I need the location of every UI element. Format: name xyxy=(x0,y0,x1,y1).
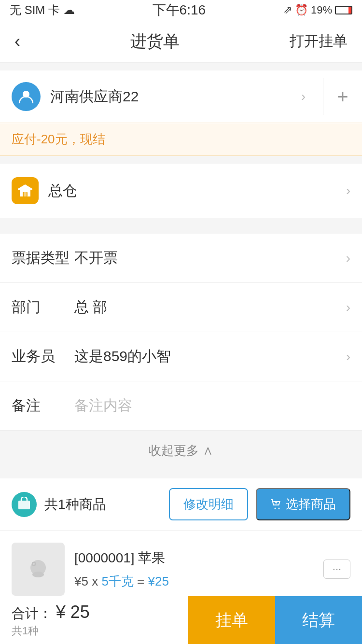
page-title: 进货单 xyxy=(130,30,180,53)
salesperson-label: 业务员 xyxy=(12,347,74,366)
section-divider-4 xyxy=(0,471,362,478)
status-left: 无 SIM 卡 ☁ xyxy=(10,2,75,18)
svg-rect-3 xyxy=(18,501,30,509)
cart-icon xyxy=(270,499,282,510)
svg-point-4 xyxy=(275,507,276,509)
warehouse-icon xyxy=(12,177,39,204)
total-label: 合计： xyxy=(12,606,52,621)
product-header-icon xyxy=(12,492,37,517)
location-icon: ⇗ xyxy=(283,4,292,16)
status-bar: 无 SIM 卡 ☁ 下午6:16 ⇗ ⏰ 19% xyxy=(0,0,362,20)
warehouse-label: 总仓 xyxy=(48,181,346,201)
total-count: 共1种 xyxy=(12,624,177,638)
battery-icon xyxy=(335,6,352,14)
section-divider-2 xyxy=(0,156,362,164)
ticket-type-value: 不开票 xyxy=(74,248,346,268)
checkout-button[interactable]: 结算 xyxy=(275,596,362,644)
svg-point-7 xyxy=(32,572,44,577)
supplier-section: 河南供应商22 › + xyxy=(0,70,362,123)
product-qty: 5千克 xyxy=(101,574,133,588)
total-amount: ¥ 25 xyxy=(56,602,90,622)
total-row: 合计： ¥ 25 xyxy=(12,602,177,623)
product-title: 苹果 xyxy=(138,550,165,565)
product-thumbnail xyxy=(12,543,65,596)
section-divider-3 xyxy=(0,218,362,226)
warehouse-chevron-icon: › xyxy=(346,183,350,198)
equals-sign: = xyxy=(137,574,148,588)
department-row[interactable]: 部门 总 部 › xyxy=(0,283,362,332)
collapse-bar[interactable]: 收起更多 ∧ xyxy=(0,430,362,471)
status-right: ⇗ ⏰ 19% xyxy=(283,4,352,16)
form-section: 票据类型 不开票 › 部门 总 部 › 业务员 这是859的小智 › 备注 备注… xyxy=(0,234,362,430)
notice-banner: 应付-20元，现结 xyxy=(0,123,362,156)
product-name: [0000001] 苹果 xyxy=(74,549,314,567)
salesperson-value: 这是859的小智 xyxy=(74,347,346,366)
product-info: [0000001] 苹果 ¥5 x 5千克 = ¥25 xyxy=(74,549,314,590)
modify-detail-button[interactable]: 修改明细 xyxy=(169,488,248,520)
remark-input[interactable]: 备注内容 xyxy=(74,396,350,416)
ticket-type-label: 票据类型 xyxy=(12,248,74,268)
select-product-label: 选择商品 xyxy=(286,496,336,513)
select-product-button[interactable]: 选择商品 xyxy=(256,488,350,520)
supplier-select[interactable]: 河南供应商22 › xyxy=(0,70,323,123)
supplier-add-button[interactable]: + xyxy=(323,70,362,123)
department-chevron-icon: › xyxy=(346,300,350,315)
status-time: 下午6:16 xyxy=(153,1,206,19)
back-button[interactable]: ‹ xyxy=(14,31,20,52)
product-price: ¥5 x 5千克 = ¥25 xyxy=(74,573,314,590)
warehouse-row[interactable]: 总仓 › xyxy=(0,164,362,218)
remark-label: 备注 xyxy=(12,396,74,416)
nav-bar: ‹ 进货单 打开挂单 xyxy=(0,20,362,63)
product-code: [0000001] xyxy=(74,550,135,565)
department-value: 总 部 xyxy=(74,297,346,317)
salesperson-row[interactable]: 业务员 这是859的小智 › xyxy=(0,332,362,381)
bottom-bar: 合计： ¥ 25 共1种 挂单 结算 xyxy=(0,596,362,644)
supplier-chevron-icon: › xyxy=(301,89,306,104)
svg-rect-2 xyxy=(24,192,27,196)
ticket-type-chevron-icon: › xyxy=(346,251,350,266)
price-separator: x xyxy=(92,574,101,588)
product-count-label: 共1种商品 xyxy=(44,495,161,514)
svg-point-5 xyxy=(278,507,280,509)
alarm-icon: ⏰ xyxy=(295,4,308,16)
svg-point-9 xyxy=(33,563,35,565)
remark-row[interactable]: 备注 备注内容 xyxy=(0,381,362,430)
product-total: ¥25 xyxy=(148,574,169,588)
supplier-avatar xyxy=(12,82,41,111)
unit-price: ¥5 xyxy=(74,574,88,588)
open-hang-button[interactable]: 打开挂单 xyxy=(290,31,348,51)
salesperson-chevron-icon: › xyxy=(346,349,350,364)
section-divider-1 xyxy=(0,63,362,70)
hang-button[interactable]: 挂单 xyxy=(188,596,275,644)
department-label: 部门 xyxy=(12,297,74,317)
product-header: 共1种商品 修改明细 选择商品 xyxy=(0,478,362,530)
total-section: 合计： ¥ 25 共1种 xyxy=(0,596,188,644)
battery-label: 19% xyxy=(311,4,332,16)
sim-label: 无 SIM 卡 ☁ xyxy=(10,2,75,18)
supplier-name: 河南供应商22 xyxy=(50,87,301,107)
ticket-type-row[interactable]: 票据类型 不开票 › xyxy=(0,234,362,283)
product-more-button[interactable]: ··· xyxy=(323,560,350,579)
